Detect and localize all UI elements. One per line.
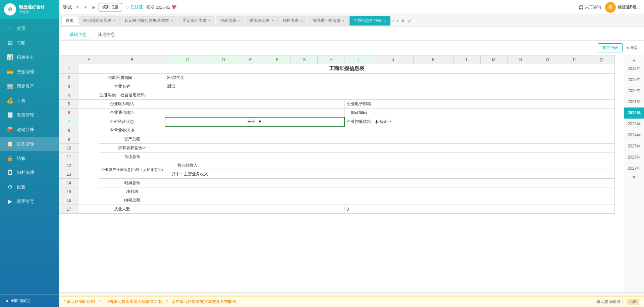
sidebar-item-assets[interactable]: 🏢 固定资产 (0, 79, 59, 93)
sidebar-item-reports[interactable]: 📊 报表中心 (0, 50, 59, 64)
collapse-label: ◀取消固定 (10, 298, 30, 304)
close-icon[interactable]: × (238, 19, 240, 23)
spreadsheet-main[interactable]: A B C D E F G H I J K L M (59, 55, 624, 292)
year-item-2022[interactable]: 2022年 (624, 107, 644, 119)
sidebar-item-settings[interactable]: ⚙ 设置 (0, 180, 59, 194)
close-icon[interactable]: × (209, 19, 211, 23)
col-header-a[interactable]: A (79, 55, 99, 64)
tab-tax-inspector[interactable]: 税检专家 × (278, 16, 307, 26)
cell-assets-value[interactable] (165, 135, 615, 144)
year-item-2019[interactable]: 2019年 (624, 74, 644, 85)
sidebar-item-payroll[interactable]: 💰 工资 (0, 93, 59, 108)
cell-company-value[interactable]: 测试 (165, 82, 615, 91)
tab-journal[interactable]: 日记账与银行对账单核对 × (120, 16, 177, 26)
cell-netprofit-value[interactable] (165, 187, 615, 196)
cell-equity-value[interactable]: 私营企业 (373, 117, 614, 126)
col-header-i[interactable]: I (344, 55, 373, 64)
close-all-tabs-btn[interactable]: ✕ (399, 18, 406, 24)
dropdown-arrow[interactable]: ▼ (75, 5, 79, 10)
col-header-b[interactable]: B (99, 55, 165, 64)
col-header-g[interactable]: G (291, 55, 318, 64)
tab-tax-form[interactable]: 税表清册 × (216, 16, 245, 26)
user-menu[interactable]: 畅 畅捷通B组... (605, 2, 640, 13)
tab-tax-fluctuation[interactable]: 税负波动表 × (245, 16, 278, 26)
col-header-l[interactable]: L (453, 55, 480, 64)
cell-address-value[interactable] (165, 108, 344, 117)
calendar-icon[interactable]: 📅 (172, 5, 177, 10)
sidebar-item-invoice[interactable]: 🧾 发票管理 (0, 108, 59, 122)
tab-prev-btn[interactable]: ‹ (391, 18, 395, 24)
col-header-j[interactable]: J (373, 55, 413, 64)
close-icon[interactable]: × (171, 19, 173, 23)
sidebar-item-tax[interactable]: 📋 税务管理 (0, 137, 59, 151)
cell-equity-total-value[interactable] (165, 144, 615, 152)
expand-icon[interactable]: ⤢ (406, 18, 413, 24)
col-header-n[interactable]: N (507, 55, 534, 64)
close-icon[interactable]: × (301, 19, 303, 23)
cell-phone-value[interactable] (165, 100, 344, 108)
sidebar-item-home[interactable]: ⌂ 首页 (0, 21, 59, 36)
subtab-other[interactable]: 其他信息 (92, 30, 120, 40)
col-header-k[interactable]: K (413, 55, 453, 64)
tab-next-btn[interactable]: › (395, 18, 399, 24)
year-item-2027[interactable]: 2027年 (624, 163, 644, 174)
sidebar-collapse-btn[interactable]: ◀ ◀取消固定 (0, 294, 59, 307)
refresh-button[interactable]: ↻ 刷新 (626, 45, 639, 51)
cell-revenue-value[interactable] (210, 161, 615, 170)
cell-postcode-value[interactable] (373, 108, 614, 117)
col-header-e[interactable]: E (237, 55, 264, 64)
close-icon[interactable]: × (113, 19, 115, 23)
year-item-2025[interactable]: 2025年 (624, 141, 644, 152)
settings-gear-icon[interactable]: ⚙ (92, 5, 95, 10)
col-header-d[interactable]: D (210, 55, 237, 64)
archive-icon: 🗄 (7, 170, 13, 176)
year-item-2024[interactable]: 2024年 (624, 130, 644, 141)
col-header-h[interactable]: H (318, 55, 344, 64)
col-header-p[interactable]: P (561, 55, 588, 64)
tab-fixed-assets-type[interactable]: 固定资产类别 × (178, 16, 215, 26)
cell-employees-right[interactable] (373, 205, 614, 214)
sidebar-item-inventory[interactable]: 📦 进销台账 (0, 122, 59, 137)
horizontal-scrollbar[interactable] (59, 292, 644, 296)
reset-report-button[interactable]: 重置报表 (598, 43, 623, 52)
sidebar-item-archive[interactable]: 🗄 归档管理 (0, 166, 59, 180)
close-icon[interactable]: × (271, 19, 273, 23)
sidebar-item-ledger[interactable]: ▤ 总账 (0, 36, 59, 50)
logo-icon: 会 (4, 3, 16, 15)
col-header-m[interactable]: M (480, 55, 507, 64)
col-header-c[interactable]: C (165, 55, 210, 64)
cell-profit-value[interactable] (165, 179, 615, 187)
close-icon[interactable]: × (384, 19, 386, 23)
cell-status-dropdown[interactable]: 开业 ▼ (165, 117, 344, 126)
col-header-q[interactable]: Q (588, 55, 614, 64)
year-item-2018[interactable]: 2018年 (624, 63, 644, 74)
subtab-basic[interactable]: 基础信息 (64, 30, 92, 40)
cell-regno-value[interactable] (165, 91, 615, 100)
year-item-2026[interactable]: 2026年 (624, 152, 644, 163)
year-item-2020[interactable]: 2020年 (624, 85, 644, 96)
col-header-f[interactable]: F (264, 55, 291, 64)
tab-home[interactable]: 首页 (61, 16, 78, 26)
tab-income-tax[interactable]: 所得税汇算清缴 × (308, 16, 349, 26)
sidebar-item-closing[interactable]: 🔒 结账 (0, 151, 59, 166)
cell-employees-value[interactable] (165, 205, 344, 214)
close-icon[interactable]: × (342, 19, 344, 23)
cell-period-value[interactable]: 2022年度 (165, 74, 615, 82)
cell-liabilities-value[interactable] (165, 152, 615, 161)
tab-aux-balance[interactable]: 科目辅助余额表 × (79, 16, 120, 26)
switch-version-button[interactable]: 切到旧版 (99, 3, 122, 11)
service-button[interactable]: 🎧 人工咨询 (579, 4, 601, 10)
cell-tax-value[interactable] (165, 196, 615, 205)
cell-email-value[interactable] (373, 100, 614, 108)
cell-main-revenue-value[interactable] (210, 170, 615, 179)
tab-annual-report[interactable]: 年报信息申报表 × (350, 16, 390, 26)
year-up-btn[interactable]: ▲ (628, 56, 641, 63)
add-btn[interactable]: ＋ (83, 4, 88, 11)
year-item-2021[interactable]: 2021年 (624, 96, 644, 107)
year-down-btn[interactable]: ▼ (628, 174, 641, 181)
col-header-o[interactable]: O (534, 55, 561, 64)
sidebar-item-guide[interactable]: ▶ 新手引导 (0, 194, 59, 209)
sidebar-item-cash[interactable]: 💳 资金管理 (0, 64, 59, 79)
cell-bizact-value[interactable] (165, 126, 615, 135)
year-item-2023[interactable]: 2023年 (624, 119, 644, 130)
